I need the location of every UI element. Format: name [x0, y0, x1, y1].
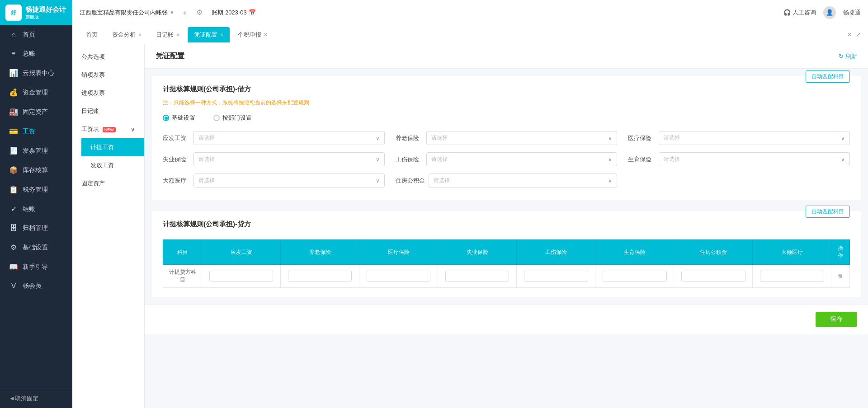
sidebar-item-inventory[interactable]: 📦 库存核算 — [0, 160, 72, 180]
col-pension: 养老保险 — [281, 240, 359, 265]
sidebar-item-guide[interactable]: 📖 新手引导 — [0, 257, 72, 277]
cell-housing-fund-input[interactable] — [674, 265, 753, 288]
add-tab-button[interactable]: ＋ — [179, 7, 191, 18]
cell-large-medical-input[interactable] — [753, 265, 831, 288]
sidebar-item-invoice[interactable]: 🧾 发票管理 — [0, 141, 72, 160]
nav-fixed-assets[interactable]: 固定资产 — [72, 174, 144, 192]
field-maternity: 生育保险 请选择 ∨ — [628, 152, 850, 166]
select-medical[interactable]: 请选择 ∨ — [659, 131, 850, 145]
calendar-icon: 📅 — [249, 9, 256, 16]
select-housing-fund[interactable]: 请选择 ∨ — [429, 174, 618, 188]
auto-match-credit-button[interactable]: 自动匹配科目 — [806, 206, 850, 218]
select-pension[interactable]: 请选择 ∨ — [426, 131, 618, 145]
settings-gear-icon[interactable]: ⚙ — [196, 8, 203, 17]
field-salary: 应发工资 请选择 ∨ — [163, 131, 385, 145]
company-name: 江西服宝精品有限责任公司内账张 — [80, 9, 168, 17]
tab-home[interactable]: 首页 — [80, 27, 104, 42]
label-injury: 工伤保险 — [396, 155, 423, 164]
nav-sales-invoice[interactable]: 销项发票 — [72, 66, 144, 84]
cancel-fixed-button[interactable]: ◄取消固定 — [0, 389, 72, 408]
field-pension: 养老保险 请选择 ∨ — [396, 131, 618, 145]
sidebar-item-home[interactable]: ⌂ 首页 — [0, 25, 72, 44]
input-medical[interactable] — [367, 271, 430, 281]
tab-journal[interactable]: 日记账 × — [150, 27, 186, 42]
invoice-icon: 🧾 — [9, 146, 18, 155]
select-salary[interactable]: 请选择 ∨ — [193, 131, 385, 145]
sidebar-item-vip[interactable]: V 畅会员 — [0, 277, 72, 295]
sidebar-item-asset[interactable]: 🏭 固定资产 — [0, 102, 72, 122]
input-salary[interactable] — [209, 271, 273, 281]
tab-fund-analysis[interactable]: 资金分析 × — [106, 27, 148, 42]
close-tab-journal[interactable]: × — [176, 32, 179, 38]
service-button[interactable]: 🎧 人工咨询 — [783, 9, 816, 17]
sidebar-item-settings[interactable]: ⚙ 基础设置 — [0, 238, 72, 257]
save-button[interactable]: 保存 — [816, 312, 857, 327]
input-injury[interactable] — [524, 271, 588, 281]
label-housing-fund: 住房公积金 — [396, 177, 425, 185]
select-maternity[interactable]: 请选择 ∨ — [659, 152, 850, 166]
page-header: 凭证配置 ↻ 刷新 — [145, 44, 868, 69]
col-maternity: 生育保险 — [595, 240, 674, 265]
tab-voucher-config[interactable]: 凭证配置 × — [188, 27, 230, 42]
cell-delete[interactable]: 🗑 — [831, 265, 850, 288]
nav-pay-salary[interactable]: 发放工资 — [81, 156, 144, 174]
radio-dept[interactable]: 按部门设置 — [213, 114, 252, 122]
company-arrow-icon: ▾ — [170, 9, 174, 16]
close-tab-voucher-config[interactable]: × — [220, 32, 223, 38]
close-all-icon[interactable]: ✕ — [847, 31, 852, 38]
select-housing-fund-arrow: ∨ — [608, 178, 612, 184]
radio-basic[interactable]: 基础设置 — [163, 114, 195, 122]
col-housing-fund: 住房公积金 — [674, 240, 753, 265]
ledger-icon: ≡ — [9, 50, 18, 58]
period-selector[interactable]: 账期 2023-03 📅 — [212, 9, 256, 17]
cell-pension-input[interactable] — [281, 265, 359, 288]
cell-injury-input[interactable] — [517, 265, 595, 288]
tab-tax-report[interactable]: 个税申报 × — [231, 27, 274, 42]
label-salary: 应发工资 — [163, 134, 190, 142]
sidebar-item-salary[interactable]: 💳 工资 — [0, 122, 72, 141]
cell-maternity-input[interactable] — [595, 265, 674, 288]
salary-icon: 💳 — [9, 127, 18, 136]
nav-public[interactable]: 公共选项 — [72, 48, 144, 66]
nav-calc-salary[interactable]: 计提工资 — [81, 138, 144, 156]
sidebar-item-settle[interactable]: ✓ 结账 — [0, 199, 72, 219]
sidebar-item-tax[interactable]: 📋 税务管理 — [0, 180, 72, 199]
sidebar-item-ledger[interactable]: ≡ 总账 — [0, 44, 72, 63]
expand-icon[interactable]: ⤢ — [856, 31, 861, 38]
auto-match-debit-button[interactable]: 自动匹配科目 — [806, 70, 850, 83]
cell-unemployment-input[interactable] — [438, 265, 517, 288]
expand-arrow-icon: ∨ — [131, 126, 135, 133]
select-salary-arrow: ∨ — [376, 135, 380, 141]
close-tab-tax-report[interactable]: × — [264, 32, 267, 38]
nav-purchase-invoice[interactable]: 进项发票 — [72, 84, 144, 102]
close-tab-fund-analysis[interactable]: × — [138, 32, 142, 38]
nav-salary-table-group[interactable]: 工资表 NEW ∨ — [72, 120, 144, 138]
select-large-medical[interactable]: 请选择 ∨ — [193, 174, 385, 188]
sidebar-item-report[interactable]: 📊 云报表中心 — [0, 63, 72, 83]
cell-salary-input[interactable] — [202, 265, 281, 288]
page-content: 凭证配置 ↻ 刷新 计提核算规则(公司承担)-借方 自动匹配科目 注：只能选择一… — [145, 44, 868, 408]
input-large-medical[interactable] — [760, 271, 824, 281]
field-large-medical: 大额医疗 请选择 ∨ — [163, 174, 385, 188]
cell-medical-input[interactable] — [359, 265, 438, 288]
nav-journal[interactable]: 日记账 — [72, 102, 144, 120]
select-unemployment[interactable]: 请选择 ∨ — [193, 152, 385, 166]
col-large-medical: 大额医疗 — [753, 240, 831, 265]
select-unemployment-arrow: ∨ — [376, 156, 380, 163]
page-title: 凭证配置 — [156, 52, 184, 61]
sidebar-item-fund[interactable]: 💰 资金管理 — [0, 83, 72, 102]
input-pension[interactable] — [288, 271, 352, 281]
home-icon: ⌂ — [9, 31, 18, 39]
refresh-button[interactable]: ↻ 刷新 — [839, 52, 857, 61]
select-injury[interactable]: 请选择 ∨ — [426, 152, 618, 166]
select-medical-arrow: ∨ — [841, 135, 845, 141]
new-badge: NEW — [103, 127, 116, 132]
input-maternity[interactable] — [603, 271, 666, 281]
avatar: 👤 — [823, 6, 836, 19]
col-action: 操作 — [831, 240, 850, 265]
table-row: 计提贷方科目 🗑 — [163, 265, 850, 288]
sidebar-item-archive[interactable]: 🗄 归档管理 — [0, 219, 72, 238]
company-selector[interactable]: 江西服宝精品有限责任公司内账张 ▾ — [80, 9, 174, 17]
input-unemployment[interactable] — [445, 271, 509, 281]
input-housing-fund[interactable] — [681, 271, 745, 281]
